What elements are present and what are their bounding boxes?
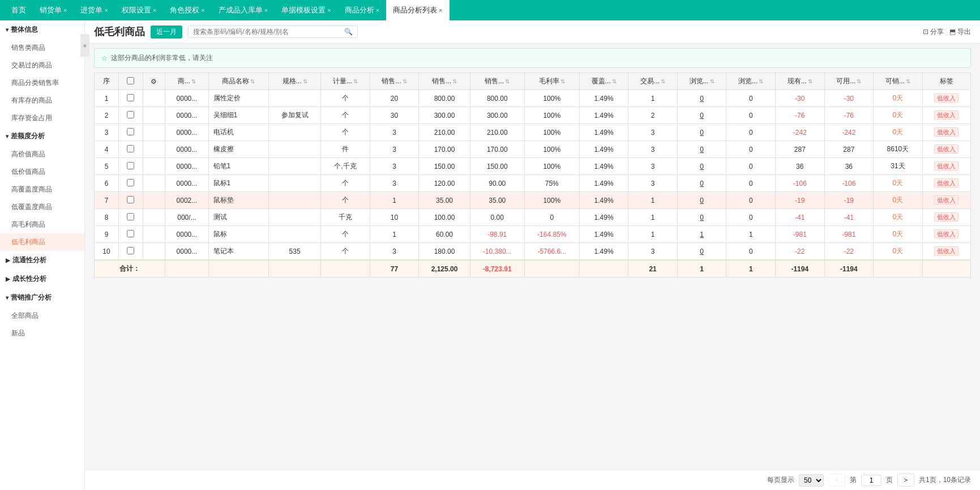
nav-close-permissions[interactable]: × xyxy=(153,7,156,14)
sidebar-item-high-value[interactable]: 高价值商品 xyxy=(0,146,84,163)
nav-item-sales[interactable]: 销货单 × xyxy=(33,0,74,20)
cell-view1[interactable]: 0 xyxy=(677,107,726,124)
col-header-gross: 毛利率⇅ xyxy=(524,73,579,90)
nav-close-sales[interactable]: × xyxy=(63,7,67,14)
sidebar-item-low-value[interactable]: 低价值商品 xyxy=(0,163,84,181)
export-button[interactable]: ⬒ 导出 xyxy=(949,27,971,37)
nav-close-templates[interactable]: × xyxy=(327,7,331,14)
nav-item-permissions[interactable]: 权限设置 × xyxy=(115,0,163,20)
row-checkbox-2[interactable] xyxy=(127,111,134,118)
row-checkbox-7[interactable] xyxy=(127,196,134,203)
nav-item-home[interactable]: 首页 xyxy=(5,0,33,20)
cell-name[interactable]: 鼠标垫 xyxy=(208,192,268,209)
nav-item-templates[interactable]: 单据模板设置 × xyxy=(275,0,337,20)
sidebar-item-high-coverage[interactable]: 高覆盖度商品 xyxy=(0,181,84,198)
cell-checkbox[interactable] xyxy=(119,141,143,158)
row-checkbox-1[interactable] xyxy=(127,94,134,101)
search-input[interactable] xyxy=(193,28,344,36)
row-checkbox-3[interactable] xyxy=(127,128,134,135)
share-button[interactable]: ⊡ 分享 xyxy=(923,27,944,37)
cell-unit: 个 xyxy=(321,243,370,261)
search-icon[interactable]: 🔍 xyxy=(344,28,353,36)
cell-name[interactable]: 笔记本 xyxy=(208,243,268,261)
nav-close-products[interactable]: × xyxy=(264,7,268,14)
cell-view1[interactable]: 0 xyxy=(677,90,726,107)
cell-name[interactable]: 测试 xyxy=(208,209,268,226)
nav-item-analysis[interactable]: 商品分析 × xyxy=(338,0,386,20)
sidebar-item-high-margin[interactable]: 高毛利商品 xyxy=(0,216,84,233)
select-all-checkbox[interactable] xyxy=(127,77,134,84)
cell-checkbox[interactable] xyxy=(119,192,143,209)
per-page-label: 每页显示 xyxy=(767,475,794,485)
footer-empty-spec xyxy=(268,260,320,278)
cell-view1[interactable]: 0 xyxy=(677,124,726,141)
top-navigation: 首页 销货单 × 进货单 × 权限设置 × 角色授权 × 产成品入库单 × 单据… xyxy=(0,0,980,20)
cell-sale3: 210.00 xyxy=(470,124,524,141)
sidebar-item-low-coverage[interactable]: 低覆盖度商品 xyxy=(0,198,84,216)
cell-checkbox[interactable] xyxy=(119,209,143,226)
row-checkbox-5[interactable] xyxy=(127,162,134,169)
cell-view1[interactable]: 0 xyxy=(677,192,726,209)
sidebar-item-new-goods[interactable]: 新品 xyxy=(0,325,84,342)
nav-close-purchase[interactable]: × xyxy=(104,7,108,14)
nav-close-analysis[interactable]: × xyxy=(376,7,379,14)
cell-view1[interactable]: 0 xyxy=(677,209,726,226)
row-checkbox-8[interactable] xyxy=(127,213,134,220)
sidebar-item-sales-goods[interactable]: 销售类商品 xyxy=(0,39,84,57)
sidebar-item-all-goods[interactable]: 全部商品 xyxy=(0,307,84,325)
filter-button[interactable]: 近一月 xyxy=(151,25,182,39)
cell-checkbox[interactable] xyxy=(119,243,143,261)
next-page-button[interactable]: ＞ xyxy=(897,474,914,487)
cell-name[interactable]: 橡皮擦 xyxy=(208,141,268,158)
sidebar-group-flow[interactable]: ▶ 流通性分析 xyxy=(0,251,84,270)
row-checkbox-10[interactable] xyxy=(127,247,134,254)
col-header-settings[interactable]: ⚙ xyxy=(143,73,165,90)
nav-close-analysis-list[interactable]: × xyxy=(439,7,442,14)
table-container[interactable]: 序 ⚙ 商...⇅ 商品名称⇅ 规格...⇅ 计量...⇅ 销售...⇅ 销售.… xyxy=(85,73,980,470)
cell-name[interactable]: 铅笔1 xyxy=(208,158,268,175)
sidebar-item-traded-goods[interactable]: 交易过的商品 xyxy=(0,57,84,74)
cell-checkbox[interactable] xyxy=(119,175,143,192)
table-row: 5 0000... 铅笔1 个,千克 3 150.00 150.00 100% … xyxy=(95,158,971,175)
sidebar-group-overall[interactable]: ▾ 整体信息 xyxy=(0,20,84,39)
cell-checkbox[interactable] xyxy=(119,158,143,175)
col-header-checkbox[interactable] xyxy=(119,73,143,90)
sidebar-item-stock-goods[interactable]: 有库存的商品 xyxy=(0,92,84,109)
cell-stock: -41 xyxy=(776,209,825,226)
nav-close-roles[interactable]: × xyxy=(201,7,204,14)
cell-name[interactable]: 鼠标1 xyxy=(208,175,268,192)
cell-name[interactable]: 吴细细1 xyxy=(208,107,268,124)
cell-view1[interactable]: 1 xyxy=(677,226,726,243)
sidebar-collapse-button[interactable]: « xyxy=(80,34,89,57)
cell-name[interactable]: 属性定价 xyxy=(208,90,268,107)
nav-item-products[interactable]: 产成品入库单 × xyxy=(212,0,275,20)
per-page-select[interactable]: 50 xyxy=(799,474,824,487)
sidebar-group-marketing[interactable]: ▾ 营销推广分析 xyxy=(0,288,84,307)
sidebar-group-margin[interactable]: ▾ 差额度分析 xyxy=(0,127,84,146)
sidebar-item-low-margin[interactable]: 低毛利商品 xyxy=(0,233,84,251)
cell-name[interactable]: 鼠标 xyxy=(208,226,268,243)
settings-icon[interactable]: ⚙ xyxy=(151,78,157,86)
cell-sellable: 0天 xyxy=(874,192,923,209)
prev-page-button[interactable]: ＜ xyxy=(828,474,845,487)
cell-view1[interactable]: 0 xyxy=(677,158,726,175)
sidebar-item-stock-capital[interactable]: 库存资金占用 xyxy=(0,109,84,127)
nav-item-analysis-list[interactable]: 商品分析列表 × xyxy=(386,0,449,20)
page-number-input[interactable] xyxy=(861,475,881,486)
sidebar-item-category-sales[interactable]: 商品分类销售率 xyxy=(0,74,84,92)
cell-checkbox[interactable] xyxy=(119,107,143,124)
cell-checkbox[interactable] xyxy=(119,124,143,141)
row-checkbox-9[interactable] xyxy=(127,230,134,237)
nav-item-purchase[interactable]: 进货单 × xyxy=(74,0,114,20)
cell-checkbox[interactable] xyxy=(119,90,143,107)
cell-view1[interactable]: 0 xyxy=(677,141,726,158)
footer-trade-total: 21 xyxy=(628,260,678,278)
row-checkbox-6[interactable] xyxy=(127,179,134,186)
nav-item-roles[interactable]: 角色授权 × xyxy=(163,0,211,20)
sidebar-group-growth[interactable]: ▶ 成长性分析 xyxy=(0,270,84,288)
cell-name[interactable]: 电话机 xyxy=(208,124,268,141)
cell-view1[interactable]: 0 xyxy=(677,175,726,192)
cell-checkbox[interactable] xyxy=(119,226,143,243)
cell-view1[interactable]: 0 xyxy=(677,243,726,261)
row-checkbox-4[interactable] xyxy=(127,145,134,152)
